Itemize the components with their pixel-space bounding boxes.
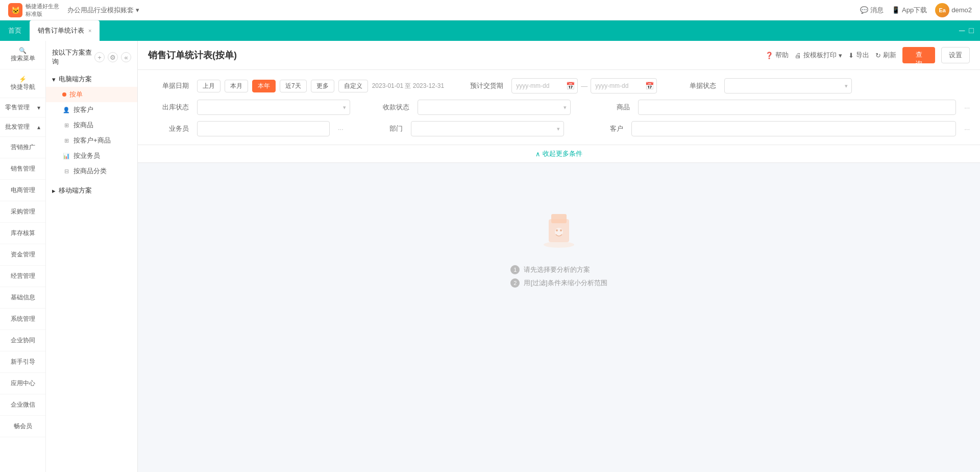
- expected-date-label: 预计交货期: [462, 81, 503, 90]
- scheme-item-by-customer[interactable]: 👤 按客户: [46, 102, 137, 117]
- query-button[interactable]: 查询: [902, 47, 935, 63]
- svg-rect-2: [551, 214, 567, 223]
- scheme-item-by-salesman[interactable]: 📊 按业务员: [46, 148, 137, 163]
- scheme-item-by-goods[interactable]: ⊞ 按商品: [46, 117, 137, 133]
- scheme-item-by-order[interactable]: 按单: [46, 87, 137, 102]
- pc-scheme-section: ▾ 电脑端方案 按单 👤 按客户 ⊞ 按商品: [46, 69, 137, 181]
- delivery-select-wrapper: ▾: [197, 100, 350, 115]
- collapse-up-icon: ∧: [535, 150, 541, 158]
- scheme-add-button[interactable]: +: [94, 52, 105, 62]
- help-button[interactable]: ❓ 帮助: [765, 51, 789, 60]
- customer-more-icon[interactable]: ···: [964, 125, 970, 133]
- print-button[interactable]: 🖨 按模板打印 ▾: [795, 51, 842, 60]
- quick-nav-icon: ⚡: [3, 76, 42, 83]
- sidebar-item-inventory[interactable]: 库存核算: [0, 223, 45, 244]
- empty-state-icon: [533, 204, 584, 255]
- sidebar-item-wechat[interactable]: 企业微信: [0, 394, 45, 416]
- customer-input[interactable]: [631, 121, 956, 136]
- logo-text: 畅捷通好生意 标准版: [26, 3, 59, 17]
- collapse-button[interactable]: ∧ 收起更多条件: [535, 149, 582, 158]
- sidebar-item-finance[interactable]: 资金管理: [0, 244, 45, 266]
- mobile-scheme-section: ▸ 移动端方案: [46, 181, 137, 200]
- sidebar-item-member[interactable]: 畅会员: [0, 416, 45, 437]
- tab-bar-actions: ─ □: [959, 26, 980, 35]
- tab-maximize-button[interactable]: □: [969, 26, 974, 35]
- help-icon: ❓: [765, 52, 773, 59]
- svg-point-5: [560, 229, 562, 231]
- salesman-more-icon[interactable]: ···: [338, 125, 344, 133]
- date-btn-more[interactable]: 更多: [311, 80, 334, 92]
- sidebar-item-guide[interactable]: 新手引导: [0, 351, 45, 373]
- scheme-settings-button[interactable]: ⚙: [108, 52, 118, 62]
- sidebar-item-search[interactable]: 🔍 搜索菜单: [0, 41, 45, 69]
- sidebar-item-quick[interactable]: ⚡ 快捷导航: [0, 69, 45, 98]
- message-icon: 💬: [860, 6, 868, 14]
- date-btn-this-month[interactable]: 本月: [225, 80, 248, 92]
- sidebar-item-system[interactable]: 系统管理: [0, 309, 45, 330]
- left-panel-actions: + ⚙ «: [94, 52, 131, 62]
- goods-input[interactable]: [638, 100, 956, 115]
- main-container: 🔍 搜索菜单 ⚡ 快捷导航 零售管理 ▾ 批发管理 ▴ 营销推广 销售管理 电商…: [0, 41, 980, 472]
- svg-point-0: [544, 242, 574, 248]
- calendar-start-icon: 📅: [566, 82, 575, 90]
- sidebar-item-ecommerce[interactable]: 电商管理: [0, 180, 45, 201]
- filter-row-2: 出库状态 ▾ 收款状态 ▾ 商品: [148, 100, 970, 115]
- app-selector[interactable]: 办公用品行业模拟账套 ▾: [63, 6, 143, 15]
- left-panel-header: 按以下方案查询 + ⚙ «: [46, 45, 137, 69]
- mobile-scheme-header[interactable]: ▸ 移动端方案: [46, 183, 137, 198]
- export-button[interactable]: ⬇ 导出: [848, 51, 869, 60]
- goods-cat-scheme-icon: ⊟: [62, 167, 70, 175]
- content-area: 按以下方案查询 + ⚙ « ▾ 电脑端方案 按单: [46, 41, 980, 472]
- download-icon: 📱: [892, 6, 900, 14]
- date-btn-last-month[interactable]: 上月: [197, 80, 220, 92]
- scheme-item-by-goods-category[interactable]: ⊟ 按商品分类: [46, 163, 137, 179]
- message-button[interactable]: 💬 消息: [860, 6, 884, 15]
- sidebar-item-basic[interactable]: 基础信息: [0, 287, 45, 309]
- tab-minimize-button[interactable]: ─: [959, 26, 965, 35]
- empty-hint-2: 2 用[过滤]条件来缩小分析范围: [510, 278, 607, 288]
- sidebar-item-apps[interactable]: 应用中心: [0, 373, 45, 394]
- pc-scheme-header[interactable]: ▾ 电脑端方案: [46, 72, 137, 87]
- goods-more-icon[interactable]: ···: [964, 104, 970, 111]
- date-btn-7days[interactable]: 近7天: [280, 80, 307, 92]
- scheme-collapse-button[interactable]: «: [121, 52, 131, 62]
- delivery-select[interactable]: [197, 100, 350, 115]
- goods-label: 商品: [589, 103, 630, 112]
- doc-status-select[interactable]: [724, 78, 852, 93]
- right-content: 销售订单统计表(按单) ❓ 帮助 🖨 按模板打印 ▾ ⬇ 导出: [138, 41, 980, 472]
- tab-home[interactable]: 首页: [0, 20, 30, 41]
- empty-state: 1 请先选择要分析的方案 2 用[过滤]条件来缩小分析范围: [138, 163, 980, 333]
- sidebar-item-retail[interactable]: 零售管理 ▾: [0, 98, 45, 117]
- page-actions: ❓ 帮助 🖨 按模板打印 ▾ ⬇ 导出 ↻ 刷新: [765, 47, 970, 63]
- settings-button[interactable]: 设置: [941, 47, 970, 63]
- payment-select[interactable]: [418, 100, 571, 115]
- left-panel-title: 按以下方案查询: [52, 48, 94, 66]
- sidebar-item-purchase[interactable]: 采购管理: [0, 201, 45, 223]
- sidebar-item-collab[interactable]: 企业协同: [0, 330, 45, 351]
- sidebar-item-marketing[interactable]: 营销推广: [0, 137, 45, 158]
- filter-panel: 单据日期 上月 本月 本年 近7天 更多 自定义 2023-01-01 至 20…: [138, 70, 980, 145]
- refresh-icon: ↻: [875, 52, 881, 59]
- doc-status-select-wrapper: ▾: [724, 78, 852, 93]
- pc-expand-icon: ▾: [52, 76, 56, 83]
- dept-select[interactable]: [411, 121, 564, 136]
- sidebar-item-sales[interactable]: 销售管理: [0, 158, 45, 180]
- download-button[interactable]: 📱 App下载: [892, 6, 927, 15]
- delivery-label: 出库状态: [148, 103, 189, 112]
- refresh-button[interactable]: ↻ 刷新: [875, 51, 896, 60]
- page-header: 销售订单统计表(按单) ❓ 帮助 🖨 按模板打印 ▾ ⬇ 导出: [138, 41, 980, 70]
- top-bar-left: 🐱 畅捷通好生意 标准版 办公用品行业模拟账套 ▾: [8, 3, 143, 17]
- tab-sales-order-stats[interactable]: 销售订单统计表 ×: [30, 20, 100, 41]
- date-btn-this-year[interactable]: 本年: [252, 80, 276, 92]
- date-range-text: 2023-01-01 至 2023-12-31: [372, 82, 444, 90]
- dept-label: 部门: [362, 124, 403, 133]
- date-btn-custom[interactable]: 自定义: [338, 80, 368, 92]
- salesman-input[interactable]: [197, 121, 330, 136]
- customer-scheme-icon: 👤: [62, 106, 70, 114]
- tab-close-icon[interactable]: ×: [88, 28, 91, 34]
- scheme-item-by-customer-goods[interactable]: ⊞ 按客户+商品: [46, 133, 137, 148]
- user-menu[interactable]: Ea demo2: [935, 3, 972, 17]
- sidebar-item-operations[interactable]: 经营管理: [0, 266, 45, 287]
- sidebar-item-wholesale[interactable]: 批发管理 ▴: [0, 117, 45, 137]
- date-dash: —: [581, 82, 587, 90]
